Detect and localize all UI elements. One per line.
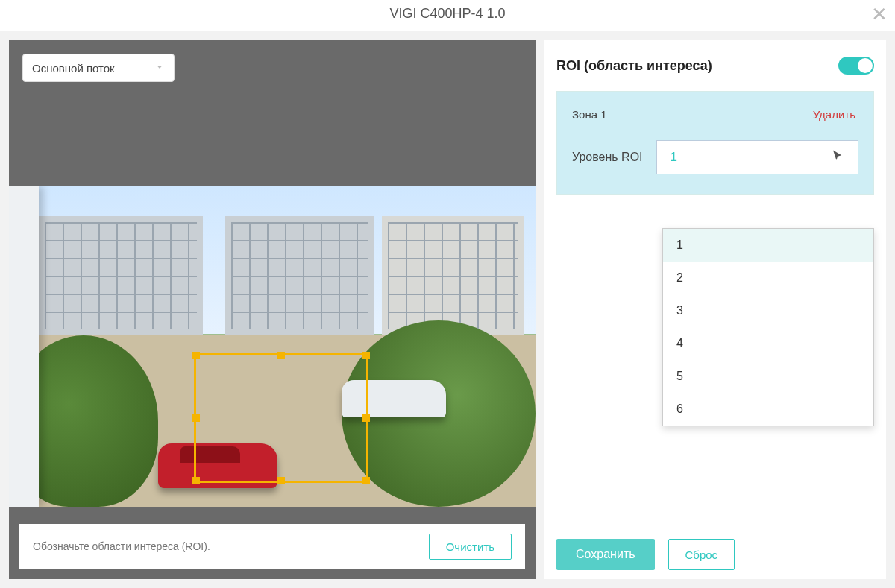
roi-handle-bottom-right[interactable] xyxy=(362,477,370,484)
hint-text: Обозначьте области интереса (ROI). xyxy=(33,540,210,552)
save-button[interactable]: Сохранить xyxy=(556,539,655,570)
zone-delete-link[interactable]: Удалить xyxy=(813,108,855,121)
roi-level-option[interactable]: 3 xyxy=(663,294,873,327)
clear-button[interactable]: Очистить xyxy=(429,534,512,560)
stream-type-label: Основной поток xyxy=(32,62,115,75)
roi-handle-top-right[interactable] xyxy=(362,352,370,359)
roi-level-option[interactable]: 1 xyxy=(663,229,873,262)
section-header: ROI (область интереса) xyxy=(556,51,874,80)
video-preview[interactable] xyxy=(9,186,536,507)
chevron-down-icon xyxy=(154,62,165,75)
roi-handle-mid-left[interactable] xyxy=(192,414,200,422)
zone-header: Зона 1 Удалить xyxy=(557,92,873,130)
roi-level-value: 1 xyxy=(671,150,677,165)
roi-level-label: Уровень ROI xyxy=(572,151,643,164)
roi-handle-top-left[interactable] xyxy=(192,352,200,359)
window-titlebar: VIGI C400HP-4 1.0 ✕ xyxy=(0,0,895,31)
roi-level-dropdown[interactable]: 1 2 3 4 5 6 xyxy=(662,228,874,426)
roi-handle-mid-right[interactable] xyxy=(362,414,370,422)
action-buttons: Сохранить Сброс xyxy=(556,539,735,570)
roi-level-select[interactable]: 1 xyxy=(656,140,858,174)
zone-label: Зона 1 xyxy=(572,108,607,121)
roi-handle-bottom-mid[interactable] xyxy=(277,477,285,484)
roi-handle-top-mid[interactable] xyxy=(277,352,285,359)
settings-panel: ROI (область интереса) Зона 1 Удалить Ур… xyxy=(544,40,886,579)
zone-level-row: Уровень ROI 1 xyxy=(557,130,873,194)
close-icon[interactable]: ✕ xyxy=(871,4,888,24)
page-body: Основной поток xyxy=(0,31,895,588)
reset-button[interactable]: Сброс xyxy=(668,539,735,570)
stream-type-select[interactable]: Основной поток xyxy=(22,54,175,82)
roi-level-option[interactable]: 5 xyxy=(663,360,873,393)
roi-level-option[interactable]: 6 xyxy=(663,393,873,426)
window-title: VIGI C400HP-4 1.0 xyxy=(389,6,505,22)
hint-bar: Обозначьте области интереса (ROI). Очист… xyxy=(19,524,525,569)
roi-handle-bottom-left[interactable] xyxy=(192,477,200,484)
roi-level-option[interactable]: 4 xyxy=(663,327,873,360)
zone-card: Зона 1 Удалить Уровень ROI 1 xyxy=(556,91,874,195)
roi-level-option[interactable]: 2 xyxy=(663,262,873,294)
video-panel: Основной поток xyxy=(9,40,536,579)
section-title: ROI (область интереса) xyxy=(556,58,712,74)
roi-selection-rect[interactable] xyxy=(194,353,368,483)
roi-toggle[interactable] xyxy=(838,57,874,75)
cursor-icon xyxy=(831,149,844,166)
